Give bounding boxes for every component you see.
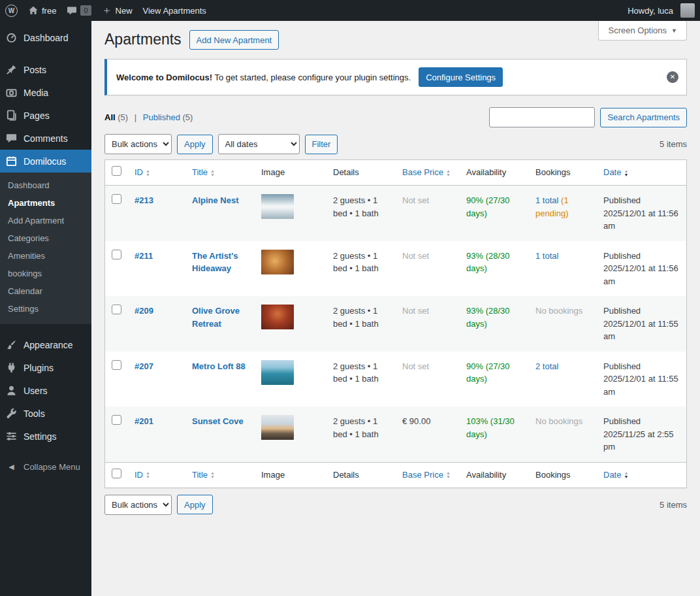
admin-bar: W free 0 ＋ New View Apartments Howdy, lu… (0, 0, 700, 21)
column-details: Details (326, 160, 396, 186)
apartment-thumbnail[interactable] (261, 415, 294, 440)
sidebar-item-pages[interactable]: Pages (0, 104, 91, 127)
apartment-id-link[interactable]: #211 (135, 251, 153, 261)
collapse-menu-button[interactable]: ◀ Collapse Menu (0, 457, 91, 477)
sort-by-base-price[interactable]: Base Price (402, 167, 443, 177)
sort-by-title[interactable]: Title (192, 470, 208, 480)
row-checkbox[interactable] (112, 415, 121, 425)
apartment-title-link[interactable]: Alpine Nest (192, 195, 239, 205)
filter-all-link[interactable]: All (5) (104, 112, 128, 122)
apply-button-bottom[interactable]: Apply (177, 495, 213, 514)
column-image: Image (255, 462, 326, 488)
submenu-item-settings[interactable]: Settings (0, 300, 91, 318)
select-all-checkbox[interactable] (112, 469, 121, 478)
apply-button[interactable]: Apply (177, 135, 213, 154)
row-checkbox[interactable] (112, 360, 121, 370)
apartments-table: ID▲▼ Title▲▼ Image Details Base Price▲▼ … (104, 159, 687, 488)
bookings-link[interactable]: 1 total (535, 251, 558, 261)
apartment-id-link[interactable]: #213 (135, 195, 153, 205)
sidebar-item-label: Tools (24, 408, 45, 419)
admin-sidebar: Dashboard Posts Media Pages Commen (0, 21, 91, 596)
row-checkbox[interactable] (112, 305, 121, 314)
apartment-thumbnail[interactable] (261, 305, 294, 329)
submenu-item-categories[interactable]: Categories (0, 229, 91, 247)
screen-options-label: Screen Options (608, 25, 667, 35)
submenu-item-bookings[interactable]: bookings (0, 265, 91, 282)
filter-published-link[interactable]: Published (5) (143, 112, 193, 122)
items-count-bottom: 5 items (660, 500, 687, 510)
apartment-details: 2 guests • 1 bed • 1 bath (326, 406, 396, 462)
status-filter-links: All (5) | Published (5) (104, 112, 193, 122)
sidebar-item-plugins[interactable]: Plugins (0, 356, 91, 379)
submenu-item-amenities[interactable]: Amenities (0, 247, 91, 265)
apartment-title-link[interactable]: Metro Loft 88 (192, 361, 246, 371)
add-new-apartment-button[interactable]: Add New Apartment (189, 30, 279, 50)
domilocus-submenu: Dashboard Apartments Add Apartment Categ… (0, 173, 91, 324)
table-header-row: ID▲▼ Title▲▼ Image Details Base Price▲▼ … (105, 160, 687, 186)
apartment-title-link[interactable]: The Artist's Hideaway (192, 251, 238, 274)
publish-status: Published (603, 306, 641, 316)
apartment-thumbnail[interactable] (261, 194, 294, 219)
apartment-id-link[interactable]: #209 (135, 306, 153, 316)
publish-date: 2025/12/01 at 11:55 am (603, 319, 678, 342)
sidebar-item-tools[interactable]: Tools (0, 402, 91, 425)
submenu-item-dashboard[interactable]: Dashboard (0, 176, 91, 194)
filter-button[interactable]: Filter (305, 135, 338, 154)
sidebar-item-domilocus[interactable]: Domilocus (0, 150, 91, 173)
new-content-menu[interactable]: ＋ New (97, 0, 138, 21)
bookings-link[interactable]: 1 total (535, 195, 558, 205)
apartment-details: 2 guests • 1 bed • 1 bath (326, 186, 396, 241)
apartment-title-link[interactable]: Olive Grove Retreat (192, 306, 240, 329)
submenu-item-add-apartment[interactable]: Add Apartment (0, 212, 91, 229)
plus-icon: ＋ (102, 5, 112, 16)
apartment-id-link[interactable]: #201 (135, 416, 153, 426)
dates-filter-select[interactable]: All dates (218, 134, 300, 154)
sidebar-item-users[interactable]: Users (0, 379, 91, 402)
sidebar-item-comments[interactable]: Comments (0, 127, 91, 150)
search-input[interactable] (489, 107, 595, 127)
select-all-checkbox[interactable] (112, 166, 121, 176)
submenu-item-calendar[interactable]: Calendar (0, 282, 91, 300)
configure-settings-button[interactable]: Configure Settings (419, 67, 503, 87)
date-cell: Published2025/12/01 at 11:55 am (597, 352, 687, 407)
dismiss-notice-icon[interactable]: ✕ (667, 71, 678, 83)
sidebar-item-appearance[interactable]: Appearance (0, 333, 91, 356)
sidebar-item-posts[interactable]: Posts (0, 58, 91, 81)
howdy-account-menu[interactable]: Howdy, luca (622, 0, 700, 21)
collapse-arrow-icon: ◀ (5, 463, 18, 471)
sort-by-date[interactable]: Date (603, 167, 621, 177)
column-bookings: Bookings (529, 462, 597, 488)
bulk-actions-select[interactable]: Bulk actions (104, 134, 172, 154)
apartment-details: 2 guests • 1 bed • 1 bath (326, 352, 396, 407)
bookings-link[interactable]: 2 total (535, 361, 558, 371)
view-apartments-link[interactable]: View Apartments (138, 0, 212, 21)
sidebar-item-media[interactable]: Media (0, 81, 91, 104)
row-checkbox[interactable] (112, 194, 121, 204)
sort-by-title[interactable]: Title (192, 167, 208, 177)
site-name-menu[interactable]: free (23, 0, 61, 21)
screen-options-button[interactable]: Screen Options ▼ (598, 21, 687, 41)
sort-by-id[interactable]: ID (135, 167, 143, 177)
sidebar-item-label: Dashboard (24, 33, 69, 43)
comments-menu[interactable]: 0 (61, 0, 96, 21)
sort-arrows-icon: ▲▼ (210, 169, 215, 177)
wp-logo-menu[interactable]: W (0, 0, 23, 21)
apartment-thumbnail[interactable] (261, 360, 294, 385)
submenu-item-apartments[interactable]: Apartments (0, 194, 91, 212)
base-price: Not set (402, 195, 429, 205)
apartment-id-link[interactable]: #207 (135, 361, 153, 371)
sort-by-base-price[interactable]: Base Price (402, 470, 443, 480)
howdy-label: Howdy, luca (628, 6, 673, 16)
table-footer-row: ID▲▼ Title▲▼ Image Details Base Price▲▼ … (105, 462, 687, 488)
bulk-actions-select-bottom[interactable]: Bulk actions (104, 495, 172, 515)
apartment-thumbnail[interactable] (261, 250, 294, 274)
sidebar-item-dashboard[interactable]: Dashboard (0, 26, 91, 49)
sort-by-id[interactable]: ID (135, 470, 143, 480)
sidebar-item-settings[interactable]: Settings (0, 425, 91, 448)
row-checkbox[interactable] (112, 250, 121, 259)
search-apartments-button[interactable]: Search Apartments (600, 108, 687, 127)
apartment-title-link[interactable]: Sunset Cove (192, 416, 244, 426)
availability: 93% (28/30 days) (466, 251, 510, 274)
base-price: Not set (402, 361, 429, 371)
sort-by-date[interactable]: Date (603, 470, 621, 480)
